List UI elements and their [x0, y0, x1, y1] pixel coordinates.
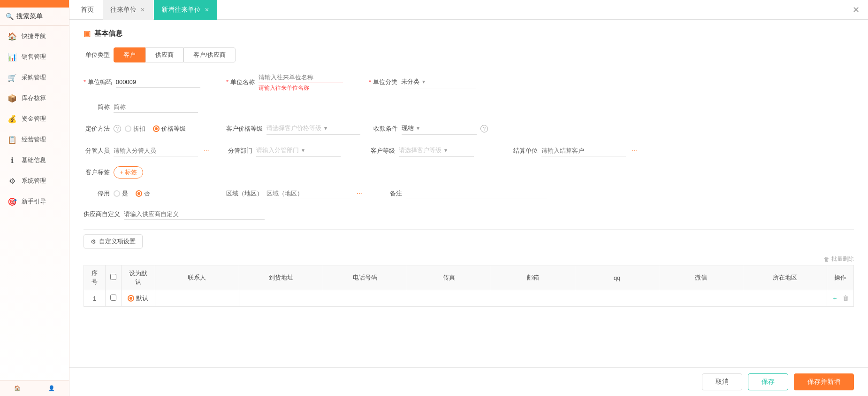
unit-name-input[interactable]	[259, 72, 343, 83]
cell-address[interactable]	[239, 290, 323, 307]
sidebar-item-label: 新手引导	[22, 197, 46, 206]
tab-bar-close-all[interactable]: ✕	[848, 5, 864, 15]
radio-yes[interactable]: 是	[114, 189, 128, 198]
form-group-unit-name: 单位名称 请输入往来单位名称	[226, 72, 358, 92]
qq-input[interactable]	[580, 295, 654, 302]
col-phone: 电话号码	[323, 265, 407, 290]
radio-yes-label: 是	[122, 189, 128, 198]
cell-region[interactable]	[743, 290, 827, 307]
unit-type-label: 单位类型	[84, 51, 110, 59]
form-group-unit-code: 单位编码	[84, 77, 215, 88]
save-button[interactable]: 保存	[748, 373, 788, 390]
email-input[interactable]	[496, 295, 570, 302]
short-name-input[interactable]	[114, 101, 198, 113]
save-and-new-button[interactable]: 保存并新增	[794, 373, 854, 390]
region-input[interactable]	[266, 188, 351, 199]
guide-icon: 🎯	[8, 197, 17, 206]
cell-contact[interactable]	[155, 290, 239, 307]
sidebar-item-quicknav[interactable]: 🏠 快捷导航	[0, 26, 69, 47]
pricing-help-icon[interactable]: ?	[114, 125, 121, 132]
cell-qq[interactable]	[575, 290, 659, 307]
section-title-basic: ▣ 基本信息	[84, 29, 854, 38]
form-group-tag: 客户标签 + 标签	[84, 166, 215, 179]
region-cell-input[interactable]	[748, 295, 822, 302]
fax-input[interactable]	[412, 295, 486, 302]
row-delete-btn[interactable]: 🗑	[843, 295, 849, 302]
type-btn-customer[interactable]: 客户	[114, 47, 145, 62]
table-row: 1 默认	[84, 290, 854, 307]
form-row-code-name-category: 单位编码 单位名称 请输入往来单位名称 单位分类 未分类 ▾	[84, 72, 854, 92]
supplier-custom-input[interactable]	[124, 209, 265, 220]
row-add-btn[interactable]: ＋	[832, 295, 838, 302]
tab-home[interactable]: 首页	[73, 0, 102, 20]
manager-more-btn[interactable]: ···	[202, 147, 212, 155]
department-label: 分管部门	[226, 147, 252, 155]
customer-level-placeholder: 请选择客户等级	[399, 146, 442, 155]
radio-no[interactable]: 否	[136, 189, 150, 198]
sidebar-item-guide[interactable]: 🎯 新手引导	[0, 191, 69, 212]
address-input[interactable]	[244, 295, 318, 302]
customer-level-chevron: ▾	[444, 147, 447, 154]
sidebar-item-operations[interactable]: 📋 经营管理	[0, 129, 69, 150]
row-checkbox[interactable]	[110, 295, 116, 301]
cell-fax[interactable]	[407, 290, 491, 307]
payment-terms-chevron: ▾	[417, 125, 419, 132]
unit-name-error: 请输入往来单位名称	[259, 84, 343, 92]
radio-price-level-label: 价格等级	[161, 124, 186, 133]
customer-level-select[interactable]: 请选择客户等级 ▾	[399, 144, 474, 157]
contact-input[interactable]	[160, 295, 234, 302]
tab-new-contact[interactable]: 新增往来单位 ✕	[154, 0, 217, 20]
unit-category-select[interactable]: 未分类 ▾	[401, 76, 476, 88]
department-placeholder: 请输入分管部门	[256, 146, 299, 155]
type-btn-supplier[interactable]: 供应商	[145, 47, 183, 62]
sidebar-item-inventory[interactable]: 📦 库存核算	[0, 88, 69, 109]
price-level-select[interactable]: 请选择客户价格等级 ▾	[266, 122, 360, 135]
custom-settings-button[interactable]: ⚙ 自定义项设置	[84, 234, 143, 248]
phone-input[interactable]	[328, 295, 402, 302]
cell-phone[interactable]	[323, 290, 407, 307]
radio-discount[interactable]: 折扣	[125, 124, 145, 133]
type-btn-both[interactable]: 客户/供应商	[183, 47, 236, 62]
form-row-manager: 分管人员 ··· 分管部门 请输入分管部门 ▾ 客户等级 请选择客户等级 ▾ 结…	[84, 144, 854, 157]
sidebar-bottom-home[interactable]: 🏠	[14, 385, 21, 391]
settlement-input[interactable]	[541, 145, 626, 156]
tab-new-contact-close[interactable]: ✕	[205, 7, 209, 13]
region-more-btn[interactable]: ···	[355, 189, 365, 198]
manager-input[interactable]	[114, 145, 198, 156]
col-checkbox	[106, 265, 122, 290]
custom-settings-icon: ⚙	[91, 238, 96, 245]
tab-contacts-close[interactable]: ✕	[140, 7, 145, 13]
settlement-more-btn[interactable]: ···	[630, 147, 640, 155]
cancel-button[interactable]: 取消	[702, 373, 742, 390]
sidebar-search-item[interactable]: 🔍 搜索菜单	[0, 8, 69, 26]
unit-code-input[interactable]	[116, 77, 200, 88]
tab-contacts[interactable]: 往来单位 ✕	[103, 0, 153, 20]
sidebar-item-label: 快捷导航	[22, 32, 46, 40]
sidebar-bottom-user[interactable]: 👤	[48, 385, 55, 391]
cell-email[interactable]	[491, 290, 575, 307]
cell-wechat[interactable]	[659, 290, 743, 307]
col-qq: qq	[575, 265, 659, 290]
radio-price-level[interactable]: 价格等级	[153, 124, 186, 133]
remarks-input[interactable]	[406, 188, 547, 199]
default-radio-item[interactable]: 默认	[128, 294, 148, 303]
sidebar-item-finance[interactable]: 💰 资金管理	[0, 109, 69, 129]
add-tag-button[interactable]: + 标签	[114, 166, 143, 179]
department-select[interactable]: 请输入分管部门 ▾	[256, 144, 341, 157]
batch-delete-label[interactable]: 批量删除	[831, 255, 854, 263]
wechat-input[interactable]	[664, 295, 738, 302]
sidebar-item-label: 经营管理	[22, 135, 46, 144]
payment-terms-select[interactable]: 现结 ▾	[402, 122, 477, 135]
payment-help-icon[interactable]: ?	[480, 125, 488, 132]
select-all-checkbox[interactable]	[110, 274, 116, 280]
col-region: 所在地区	[743, 265, 827, 290]
form-group-disabled: 停用 是 否	[84, 189, 215, 198]
sidebar-item-system[interactable]: ⚙ 系统管理	[0, 171, 69, 191]
sidebar-item-purchase[interactable]: 🛒 采购管理	[0, 67, 69, 88]
sidebar-item-sales[interactable]: 📊 销售管理	[0, 47, 69, 67]
sidebar-item-basic-info[interactable]: ℹ 基础信息	[0, 150, 69, 171]
tab-home-label: 首页	[81, 6, 94, 14]
info-icon: ℹ	[8, 155, 17, 165]
cell-index: 1	[84, 290, 106, 307]
cell-default: 默认	[122, 290, 155, 307]
